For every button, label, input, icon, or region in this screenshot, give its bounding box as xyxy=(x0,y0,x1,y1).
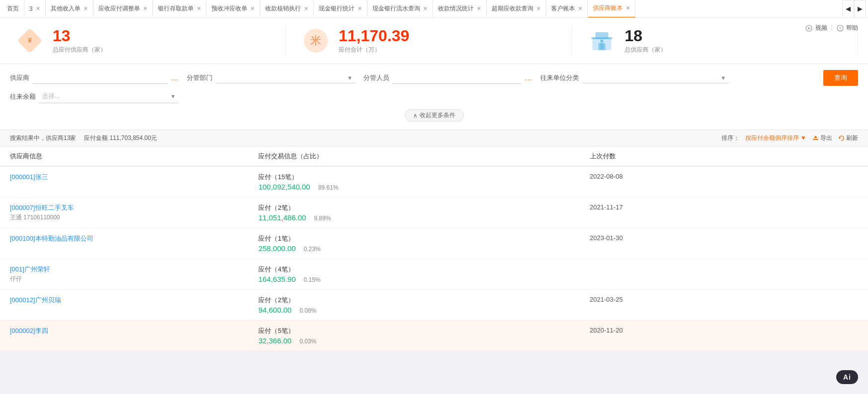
collapse-bar: ∧ 收起更多条件 xyxy=(10,107,858,126)
transaction-info-2: 应付（1笔） 258,000.00 0.23% xyxy=(258,234,589,253)
supplier-link-4[interactable]: [000012]广州贝瑞 xyxy=(10,296,61,304)
dept-label: 分管部门 xyxy=(187,73,213,82)
nav-tab-customer-account[interactable]: 客户账本 ✕ xyxy=(546,0,588,18)
trans-label-1: 应付（2笔） xyxy=(258,203,589,212)
ap-total-label: 应付合计（万） xyxy=(339,46,409,54)
video-link[interactable]: 视频 xyxy=(805,24,827,32)
nav-tab-overdue-ap[interactable]: 超期应收款查询 ✕ xyxy=(487,0,546,18)
person-label: 分管人员 xyxy=(363,73,389,82)
close-icon[interactable]: ✕ xyxy=(358,5,362,12)
nav-tab-bank-deposit[interactable]: 银行存取款单 ✕ xyxy=(153,0,207,18)
result-count: 搜索结果中，供应商13家 xyxy=(10,134,76,142)
close-icon[interactable]: ✕ xyxy=(83,5,88,12)
refresh-button[interactable]: 刷新 xyxy=(838,134,858,142)
data-table: 供应商信息 应付交易信息（占比） 上次付数 [000001]张三 应付（15笔）… xyxy=(0,147,868,351)
nav-arrow-left[interactable]: ◀ xyxy=(842,0,854,18)
close-icon[interactable]: ✕ xyxy=(250,5,255,12)
svg-rect-9 xyxy=(600,43,603,49)
supplier-link-0[interactable]: [000001]张三 xyxy=(10,173,48,181)
trans-label-5: 应付（5笔） xyxy=(258,327,589,335)
nav-tab-cash-bank-flow[interactable]: 现金银行流水查询 ✕ xyxy=(367,0,433,18)
sort-value[interactable]: 按应付余额倒序排序 ▼ xyxy=(745,134,806,142)
table-row: [001]广州荣轩 仔仔 应付（4笔） 164,635.90 0.15% xyxy=(0,259,868,290)
person-input[interactable] xyxy=(392,72,521,84)
close-icon[interactable]: ✕ xyxy=(143,5,147,12)
result-bar: 搜索结果中，供应商13家 应付金额 111,703,854.00元 排序： 按应… xyxy=(0,130,868,147)
nav-arrow-right[interactable]: ▶ xyxy=(854,0,866,18)
balance-select[interactable]: 选择... ▼ xyxy=(39,90,179,103)
collapse-button[interactable]: ∧ 收起更多条件 xyxy=(405,109,464,122)
svg-rect-8 xyxy=(600,40,603,43)
close-icon[interactable]: ✕ xyxy=(536,5,541,12)
trans-amount-1[interactable]: 11,051,486.00 xyxy=(258,213,306,222)
close-icon[interactable]: ✕ xyxy=(578,5,582,12)
close-icon[interactable]: ✕ xyxy=(626,5,630,11)
nav-tab-collection-verify[interactable]: 收款核销执行 ✕ xyxy=(260,0,314,18)
trans-row-2: 258,000.00 0.23% xyxy=(258,244,589,253)
trans-row-3: 164,635.90 0.15% xyxy=(258,275,589,283)
trans-pct-0: 89.61% xyxy=(318,184,339,191)
filter-row-1: 供应商 … 分管部门 ▼ 分管人员 … 往来单位分类 ▼ 查询 xyxy=(10,70,858,86)
close-icon[interactable]: ✕ xyxy=(197,5,201,12)
nav-tab-collection-stats[interactable]: 收款情况统计 ✕ xyxy=(433,0,487,18)
trans-label-0: 应付（15笔） xyxy=(258,173,589,182)
category-select[interactable]: ▼ xyxy=(582,73,729,83)
trans-pct-2: 0.23% xyxy=(303,246,320,253)
supplier-input[interactable] xyxy=(32,72,168,84)
trans-label-4: 应付（2笔） xyxy=(258,296,589,305)
nav-tab-t3[interactable]: 3 ✕ xyxy=(24,0,46,18)
transaction-info-1: 应付（2笔） 11,051,486.00 9.89% xyxy=(258,203,589,222)
supplier-link-2[interactable]: [000100]本特勤油品有限公司 xyxy=(10,235,93,242)
result-info: 搜索结果中，供应商13家 应付金额 111,703,854.00元 xyxy=(10,134,157,142)
supplier-name-2: [000100]本特勤油品有限公司 xyxy=(10,234,258,243)
svg-text:米: 米 xyxy=(310,34,321,47)
nav-tab-other-income[interactable]: 其他收入单 ✕ xyxy=(46,0,93,18)
close-icon[interactable]: ✕ xyxy=(423,5,428,12)
trans-row-0: 100,092,540.00 89.61% xyxy=(258,183,589,191)
svg-text:¥: ¥ xyxy=(28,36,32,44)
last-payment-0: 2022-08-08 xyxy=(590,173,838,180)
supplier-info-0: [000001]张三 xyxy=(10,173,258,182)
trans-amount-5[interactable]: 32,366.00 xyxy=(258,336,291,345)
dept-select[interactable]: ▼ xyxy=(216,73,356,83)
table-row: [000012]广州贝瑞 应付（2笔） 94,600.00 0.08% 2021… xyxy=(0,290,868,321)
supplier-count-label: 总应付供应商（家） xyxy=(53,46,106,54)
supplier-link-1[interactable]: [000007]恒旺二手叉车 xyxy=(10,204,74,211)
trans-amount-0[interactable]: 100,092,540.00 xyxy=(258,183,310,191)
top-right-links: 视频 | ? 帮助 xyxy=(805,24,858,32)
supplier-name-3: [001]广州荣轩 xyxy=(10,265,258,274)
person-dots[interactable]: … xyxy=(524,73,532,82)
category-label: 往来单位分类 xyxy=(540,73,579,82)
ap-total-num: 11,170.39 xyxy=(339,28,409,44)
export-button[interactable]: 导出 xyxy=(812,134,832,142)
nav-tab-cash-bank-stats[interactable]: 现金银行统计 ✕ xyxy=(314,0,367,18)
filter-balance: 往来余额 选择... ▼ xyxy=(10,90,179,103)
summary-card-ap-total: 米 11,170.39 应付合计（万） xyxy=(286,26,572,56)
last-payment-4: 2021-03-25 xyxy=(590,296,838,303)
close-icon[interactable]: ✕ xyxy=(477,5,481,12)
close-icon[interactable]: ✕ xyxy=(304,5,308,12)
nav-tab-ap-adjust[interactable]: 应收应付调整单 ✕ xyxy=(93,0,153,18)
trans-amount-4[interactable]: 94,600.00 xyxy=(258,306,291,314)
nav-tab-supplier-account[interactable]: 供应商账本 ✕ xyxy=(588,0,636,18)
nav-tab-home[interactable]: 首页 xyxy=(2,0,24,18)
supplier-link-5[interactable]: [000002]李四 xyxy=(10,327,48,334)
query-button[interactable]: 查询 xyxy=(823,70,858,86)
trans-amount-3[interactable]: 164,635.90 xyxy=(258,275,295,283)
trans-pct-1: 9.89% xyxy=(314,215,331,222)
nav-tab-advance-payment[interactable]: 预收冲应收单 ✕ xyxy=(207,0,260,18)
trans-amount-2[interactable]: 258,000.00 xyxy=(258,244,295,253)
supplier-info-5: [000002]李四 xyxy=(10,327,258,335)
supplier-link-3[interactable]: [001]广州荣轩 xyxy=(10,265,50,273)
table-row: [000007]恒旺二手叉车 王通 17106110000 应付（2笔） 11,… xyxy=(0,197,868,228)
dept-arrow-icon: ▼ xyxy=(347,75,353,81)
help-link[interactable]: ? 帮助 xyxy=(837,24,858,32)
close-icon[interactable]: ✕ xyxy=(36,5,40,12)
svg-marker-16 xyxy=(839,137,841,139)
card-info-ap-total: 11,170.39 应付合计（万） xyxy=(339,28,409,54)
filter-area: 供应商 … 分管部门 ▼ 分管人员 … 往来单位分类 ▼ 查询 xyxy=(0,64,868,130)
supplier-dots[interactable]: … xyxy=(171,73,179,82)
supplier-name-0: [000001]张三 xyxy=(10,173,258,182)
svg-rect-14 xyxy=(813,139,818,140)
last-payment-2: 2023-01-30 xyxy=(590,234,838,242)
